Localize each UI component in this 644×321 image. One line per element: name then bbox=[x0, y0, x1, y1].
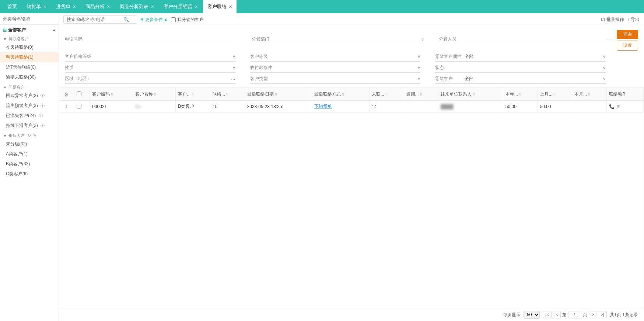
payment-dropdown-icon[interactable]: ∨ bbox=[417, 65, 420, 70]
sort-year-icon[interactable]: ⇅ bbox=[519, 92, 522, 96]
nav-customer-contact[interactable]: 客户联络 ✕ bbox=[203, 0, 237, 13]
dept-dropdown-icon[interactable]: ∨ bbox=[421, 37, 424, 42]
close-customer-contact-icon[interactable]: ✕ bbox=[229, 4, 232, 9]
row-name[interactable]: Ea bbox=[133, 101, 176, 113]
sidebar-item-ungrouped[interactable]: 未分组(32) bbox=[0, 139, 59, 149]
nav-sales[interactable]: 销货单 ✕ bbox=[22, 0, 51, 13]
grid-action-icon[interactable]: ⊞ bbox=[617, 104, 620, 109]
edit-icon[interactable]: ✎ bbox=[33, 133, 36, 138]
search-icon[interactable]: 🔍 bbox=[123, 17, 129, 22]
row-checkbox[interactable] bbox=[77, 104, 81, 108]
my-customers-checkbox[interactable] bbox=[171, 17, 176, 22]
sidebar-item-decline[interactable]: 持续下滑客户(2) ⓘ bbox=[0, 121, 59, 131]
close-purchase-icon[interactable]: ✕ bbox=[73, 4, 76, 9]
customers-table: ⚙ 客户编码 ⇅ 客户名称 bbox=[59, 88, 644, 113]
row-customer-type: B类客户 bbox=[176, 101, 210, 113]
export-btn[interactable]: ↑ 导出 bbox=[627, 17, 640, 23]
sidebar-item-today[interactable]: 今天待联络(0) bbox=[0, 42, 59, 52]
row-code[interactable]: 000021 bbox=[90, 101, 133, 113]
sort-this-month-icon[interactable]: ⇅ bbox=[588, 92, 591, 96]
page-next-btn[interactable]: > bbox=[589, 311, 596, 318]
filter-manager: 分管人员 ··· bbox=[439, 36, 611, 44]
sidebar-item-lossrisk[interactable]: 流失预警客户(3) ⓘ bbox=[0, 101, 59, 111]
gear-button[interactable]: ⚙ bbox=[62, 92, 72, 97]
set-button[interactable]: 设置 bbox=[617, 41, 638, 51]
my-customers-check[interactable]: 我分管的客户 bbox=[171, 17, 204, 23]
page-prev-btn[interactable]: < bbox=[553, 311, 561, 318]
sidebar-item-tomorrow[interactable]: 明天待联络(1) bbox=[0, 52, 59, 62]
filter-nature: 性质 ∨ bbox=[65, 65, 235, 73]
customer-level-dropdown-icon[interactable]: ∨ bbox=[417, 54, 420, 59]
sort-type-icon[interactable]: ⇅ bbox=[191, 92, 194, 96]
customer-type-dropdown-icon[interactable]: ∨ bbox=[417, 76, 420, 81]
sidebar-item-typeB[interactable]: B类客户(33) bbox=[0, 159, 59, 169]
page-size-select[interactable]: 50 bbox=[524, 311, 540, 319]
row-check[interactable] bbox=[74, 101, 90, 113]
close-analysis-list-icon[interactable]: ✕ bbox=[151, 4, 154, 9]
filter-row-2: 客户价格等级 ∨ 客户等级 ∨ 零散客户属性 全部 ∨ bbox=[65, 54, 638, 62]
page-last-btn[interactable]: >| bbox=[598, 311, 607, 318]
sort-contact-icon[interactable]: ⇅ bbox=[226, 92, 229, 96]
sidebar-item-lost[interactable]: 已流失客户(24) ⓘ bbox=[0, 111, 59, 121]
sidebar-all-customers[interactable]: ⊞ 全部客户 « bbox=[0, 25, 59, 34]
close-customer-tier-icon[interactable]: ✕ bbox=[195, 4, 198, 9]
sidebar-item-week7[interactable]: 近7天待联络(0) bbox=[0, 62, 59, 72]
filter-bar: 🔍 ▼ 更多条件 ▲ 我分管的客户 ☑ 批量操作 ↑ 导出 bbox=[59, 13, 644, 26]
close-sales-icon[interactable]: ✕ bbox=[43, 4, 46, 9]
sort-not-contact-icon[interactable]: ⇅ bbox=[385, 92, 388, 96]
nav-home[interactable]: 首页 bbox=[3, 0, 21, 13]
sidebar-search-area: 🔍 bbox=[0, 13, 59, 25]
sort-overdue-icon[interactable]: ⇅ bbox=[420, 92, 423, 96]
sidebar-value-header: ▼ 价值客户 ↻ ✎ bbox=[0, 131, 59, 139]
page-first-btn[interactable]: |< bbox=[543, 311, 552, 318]
collapse-icon[interactable]: « bbox=[53, 28, 56, 33]
region-label: 区域（地区） bbox=[65, 76, 94, 82]
sort-last-method-icon[interactable]: ⇅ bbox=[342, 92, 344, 96]
retail-customer-label: 零散客户 bbox=[435, 76, 465, 82]
nav-purchase[interactable]: 进货单 ✕ bbox=[52, 0, 80, 13]
close-analysis-icon[interactable]: ✕ bbox=[107, 4, 110, 9]
row-last-contact-method[interactable]: 下销货单 bbox=[312, 101, 369, 113]
retail-customer-value[interactable]: 全部 bbox=[465, 76, 601, 82]
filter-region: 区域（地区） ··· bbox=[65, 76, 235, 84]
sort-code-icon[interactable]: ⇅ bbox=[111, 92, 113, 96]
sort-unit-icon[interactable]: ⇅ bbox=[472, 92, 475, 96]
page-label-2: 页 bbox=[583, 312, 587, 318]
search-input[interactable] bbox=[67, 17, 122, 22]
phone-action-icon[interactable]: 📞 bbox=[609, 104, 615, 109]
action-icons-container: 📞 ⊞ bbox=[609, 104, 641, 109]
nav-analysis-list[interactable]: 商品分析列表 ✕ bbox=[115, 0, 158, 13]
status-dropdown-icon[interactable]: ∨ bbox=[603, 65, 606, 70]
sidebar-item-typeA[interactable]: A类客户(1) bbox=[0, 149, 59, 159]
region-dots-icon[interactable]: ··· bbox=[231, 76, 235, 82]
sort-last-date-icon[interactable]: ⇅ bbox=[274, 92, 277, 96]
sidebar-item-repurchase[interactable]: 回购异常客户(2) ⓘ bbox=[0, 91, 59, 101]
query-button[interactable]: 查询 bbox=[617, 30, 638, 39]
nature-dropdown-icon[interactable]: ∨ bbox=[232, 65, 235, 70]
arrow-down-icon-3: ▼ bbox=[3, 134, 7, 138]
sidebar-search-input[interactable] bbox=[3, 16, 58, 21]
row-action: 📞 ⊞ bbox=[606, 101, 643, 113]
nav-analysis[interactable]: 商品分析 ✕ bbox=[81, 0, 115, 13]
page-input[interactable] bbox=[568, 311, 581, 318]
manager-dots-icon[interactable]: ··· bbox=[606, 37, 611, 42]
retail-attr-label: 零散客户属性 bbox=[435, 54, 465, 60]
sidebar-item-overdue[interactable]: 逾期未联络(30) bbox=[0, 72, 59, 82]
select-all-checkbox[interactable] bbox=[77, 92, 81, 96]
arrow-down-icon: ▼ bbox=[3, 37, 7, 41]
sort-name-icon[interactable]: ⇅ bbox=[154, 92, 157, 96]
retail-attr-dropdown-icon[interactable]: ∨ bbox=[603, 54, 606, 59]
customer-level-label: 客户等级 bbox=[250, 54, 280, 60]
refresh-icon[interactable]: ↻ bbox=[28, 133, 31, 138]
nav-customer-tier[interactable]: 客户分层经营 ✕ bbox=[159, 0, 202, 13]
more-filter-btn[interactable]: ▼ 更多条件 ▲ bbox=[140, 17, 168, 23]
retail-customer-dropdown-icon[interactable]: ∨ bbox=[603, 76, 606, 81]
price-level-dropdown-icon[interactable]: ∨ bbox=[232, 54, 235, 59]
bulk-action-btn[interactable]: ☑ 批量操作 bbox=[601, 17, 624, 23]
sort-last-month-icon[interactable]: ⇅ bbox=[553, 92, 556, 96]
retail-attr-value[interactable]: 全部 bbox=[465, 54, 601, 60]
sidebar-problem-header: ▼ 问题客户 bbox=[0, 82, 59, 91]
filter-customer-type: 客户类型 ∨ bbox=[250, 76, 421, 84]
unit-contact-blurred: ████ bbox=[441, 104, 453, 109]
sidebar-item-typeC[interactable]: C类客户(6) bbox=[0, 169, 59, 179]
